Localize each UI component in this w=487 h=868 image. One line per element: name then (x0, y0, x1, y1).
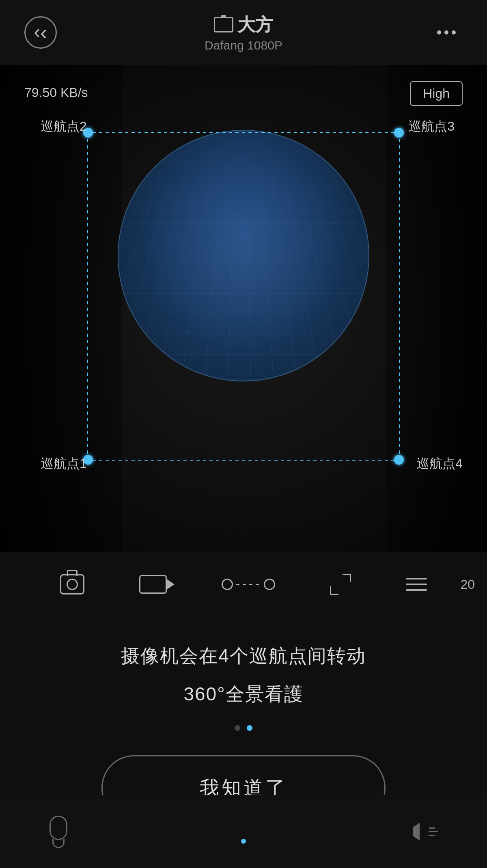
mic-stand (52, 839, 65, 848)
patrol-icon (222, 579, 275, 590)
patrol-button[interactable] (222, 579, 275, 590)
logo-text: 大方 (237, 13, 273, 37)
more-button[interactable] (430, 16, 463, 49)
fullscreen-button[interactable] (330, 574, 351, 595)
patrol-line-top (93, 132, 394, 133)
mic-icon (49, 816, 68, 848)
patrol-label-1: 巡航点1 (41, 455, 87, 473)
speaker-waves (429, 827, 438, 836)
device-name: Dafang 1080P (205, 39, 282, 52)
bottom-nav (0, 795, 487, 868)
menu-button[interactable] (406, 578, 427, 591)
header-center: 大方 Dafang 1080P (205, 13, 282, 52)
toolbar: 20 (0, 552, 487, 617)
speaker-button[interactable] (413, 823, 438, 841)
wave-2 (429, 831, 438, 832)
bottom-indicator (241, 839, 246, 844)
header: ‹ 大方 Dafang 1080P (0, 0, 487, 65)
patrol-label-2: 巡航点2 (41, 118, 87, 136)
circle-overlay (119, 131, 368, 381)
more-icon (437, 30, 456, 34)
circle-view (118, 130, 369, 381)
info-line-1: 摄像机会在4个巡航点间转动 (32, 641, 455, 671)
video-button[interactable] (139, 575, 167, 594)
patrol-label-4: 巡航点4 (416, 455, 463, 473)
speaker-body (413, 823, 426, 841)
patrol-label-3: 巡航点3 (408, 118, 455, 136)
menu-icon (406, 578, 427, 591)
back-button[interactable]: ‹ (24, 16, 57, 49)
patrol-line-right (399, 132, 400, 461)
left-shadow (0, 65, 122, 552)
camera-button[interactable] (60, 574, 84, 594)
speaker-icon (413, 823, 438, 841)
logo-icon (214, 17, 233, 32)
info-line-2: 360°全景看護 (32, 679, 455, 709)
mic-button[interactable] (49, 816, 68, 848)
patrol-circle-start (222, 579, 233, 590)
back-icon: ‹ (40, 22, 47, 43)
progress-dot-2 (247, 725, 252, 731)
app-logo: 大方 (205, 13, 282, 37)
patrol-dash (236, 584, 261, 585)
patrol-circle-end (264, 579, 275, 590)
progress-dot-1 (235, 725, 240, 731)
right-shadow (386, 65, 487, 552)
wave-1 (429, 827, 435, 829)
video-area: 79.50 KB/s High 巡航点2 巡航点3 巡航点1 巡航点4 (0, 65, 487, 552)
progress-dots (32, 725, 455, 731)
camera-icon (60, 574, 84, 594)
quality-button[interactable]: High (410, 81, 463, 106)
patrol-line-bottom (93, 460, 394, 461)
fullscreen-icon (330, 574, 351, 595)
wave-3 (429, 835, 435, 836)
video-icon (139, 575, 167, 594)
patrol-line-left (87, 132, 88, 461)
mic-body (50, 816, 67, 840)
speed-indicator: 79.50 KB/s (24, 85, 88, 100)
toolbar-badge: 20 (460, 577, 475, 592)
